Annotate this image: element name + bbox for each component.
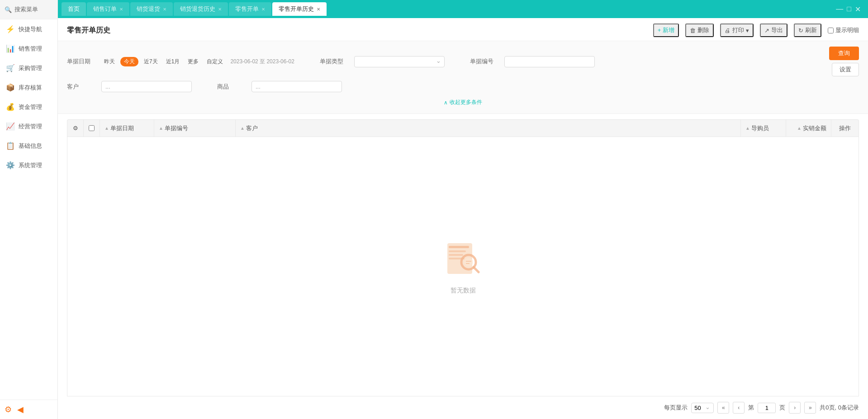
doc-type-select[interactable] [354,56,445,67]
table-settings-icon[interactable]: ⚙ [67,120,84,137]
close-btn[interactable]: ✕ [855,5,861,14]
sidebar-item-purchase-mgmt[interactable]: 🛒 采购管理 [0,58,57,78]
export-icon: ↗ [764,27,769,34]
per-page-label: 每页显示 [664,404,688,412]
amount-col-label: 实销金额 [803,124,826,132]
trash-icon: 🗑 [690,27,696,34]
customer-input[interactable]: ... [101,81,192,92]
date-last7[interactable]: 近7天 [141,57,161,66]
table-checkbox-header[interactable] [84,120,100,137]
tab-sales-order[interactable]: 销售订单 ✕ [87,2,129,16]
finance-icon: 💰 [6,103,15,111]
tab-sales-return-close[interactable]: ✕ [163,7,166,12]
settings-gear-icon[interactable]: ⚙ [5,405,12,414]
date-more[interactable]: 更多 [185,57,201,66]
date-yesterday[interactable]: 昨天 [101,57,118,66]
query-button[interactable]: 查询 [829,47,859,60]
next-page-btn[interactable]: › [789,402,801,414]
per-page-select[interactable]: 50 10 20 100 [691,403,714,413]
sidebar-search[interactable]: 🔍 搜索菜单 [0,0,57,19]
tab-retail-history-label: 零售开单历史 [279,5,314,13]
print-label: 打印 [732,26,744,34]
tab-return-history-close[interactable]: ✕ [218,7,222,12]
date-custom[interactable]: 自定义 [204,57,226,66]
delete-button[interactable]: 🗑 删除 [685,24,714,37]
sidebar-item-label: 采购管理 [19,64,42,72]
purchase-icon: 🛒 [6,64,15,72]
empty-text: 暂无数据 [451,287,476,295]
system-icon: ⚙️ [6,161,15,169]
tab-home[interactable]: 首页 [62,2,86,16]
tab-sales-order-label: 销售订单 [93,5,117,13]
tab-retail-open-close[interactable]: ✕ [261,7,265,12]
svg-rect-2 [449,250,466,252]
filter-row-1: 单据日期 昨天 今天 近7天 近1月 更多 自定义 2023-06-02 至 2… [67,47,859,76]
page-number-input[interactable] [758,403,776,413]
goods-placeholder: ... [256,83,261,90]
sort-num-icon: ▲ [159,126,163,131]
print-icon: 🖨 [725,27,730,34]
show-detail-checkbox[interactable] [828,28,834,33]
svg-rect-1 [449,246,469,248]
filter-row-2: 客户 ... 商品 ... [67,81,859,92]
select-all-checkbox[interactable] [89,125,95,131]
tab-retail-open[interactable]: 零售开单 ✕ [229,2,271,16]
date-last-month[interactable]: 近1月 [163,57,183,66]
sidebar-item-sales-mgmt[interactable]: 📊 销售管理 [0,39,57,58]
tab-return-history[interactable]: 销货退货历史 ✕ [174,2,228,16]
sort-guide-icon: ▲ [745,126,750,131]
sort-client-icon: ▲ [240,126,245,131]
tab-retail-history-close[interactable]: ✕ [317,7,320,12]
main-area: 首页 销售订单 ✕ 销货退货 ✕ 销货退货历史 ✕ 零售开单 ✕ 零售开单历史 … [58,0,868,419]
filter-settings-button[interactable]: 设置 [832,63,859,76]
basic-info-icon: 📋 [6,141,15,150]
first-page-btn[interactable]: « [717,402,729,414]
prev-page-btn[interactable]: ‹ [733,402,745,414]
refresh-button[interactable]: ↻ 刷新 [794,24,821,37]
window-controls: — □ ✕ [836,5,864,14]
date-today[interactable]: 今天 [120,57,138,66]
collapse-button[interactable]: ∧ 收起更多条件 [444,97,482,108]
tab-sales-order-close[interactable]: ✕ [119,7,123,12]
sidebar-item-label: 快捷导航 [19,25,42,33]
export-button[interactable]: ↗ 导出 [760,24,787,37]
search-icon: 🔍 [5,6,12,13]
sidebar-item-finance[interactable]: 💰 资金管理 [0,97,57,117]
print-button[interactable]: 🖨 打印 ▾ [720,24,754,37]
maximize-btn[interactable]: □ [847,5,851,13]
page-header: 零售开单历史 + 新增 🗑 删除 🖨 打印 ▾ ↗ 导出 [58,18,868,41]
sort-up-icon: ▲ [104,126,109,131]
tab-retail-history[interactable]: 零售开单历史 ✕ [272,2,327,16]
doc-num-label: 单据编号 [470,57,497,66]
table-header-action: 操作 [831,120,859,137]
table-header-date: ▲ 单据日期 [100,120,154,137]
last-page-btn[interactable]: » [804,402,816,414]
inventory-icon: 📦 [6,83,15,92]
client-col-label: 客户 [246,124,258,132]
goods-label: 商品 [217,83,244,91]
table-header-client: ▲ 客户 [236,120,741,137]
customer-placeholder: ... [105,83,110,90]
show-detail-toggle[interactable]: 显示明细 [828,26,859,34]
table-header-guide: ▲ 导购员 [741,120,786,137]
table-area: ⚙ ▲ 单据日期 ▲ 单据编号 ▲ 客户 ▲ [58,114,868,419]
quick-nav-icon: ⚡ [6,25,15,33]
sidebar-item-label: 基础信息 [19,142,42,150]
page-label: 第 [748,404,754,412]
doc-num-input[interactable] [504,56,595,67]
toolbar: + 新增 🗑 删除 🖨 打印 ▾ ↗ 导出 ↻ 刷新 [653,24,859,37]
goods-input[interactable]: ... [251,81,342,92]
sidebar-item-system-mgmt[interactable]: ⚙️ 系统管理 [0,155,57,175]
tab-return-history-label: 销货退货历史 [180,5,215,13]
sidebar-item-basic-info[interactable]: 📋 基础信息 [0,136,57,155]
collapse-sidebar-icon[interactable]: ◀ [17,405,24,414]
empty-illustration [441,239,486,279]
customer-label: 客户 [67,83,94,91]
sidebar-item-quick-nav[interactable]: ⚡ 快捷导航 [0,19,57,39]
add-button[interactable]: + 新增 [653,24,679,37]
sidebar-item-operations[interactable]: 📈 经营管理 [0,117,57,136]
sidebar-item-inventory[interactable]: 📦 库存核算 [0,78,57,97]
filter-collapse-row: ∧ 收起更多条件 [67,97,859,108]
minimize-btn[interactable]: — [836,5,843,13]
tab-sales-return[interactable]: 销货退货 ✕ [130,2,173,16]
